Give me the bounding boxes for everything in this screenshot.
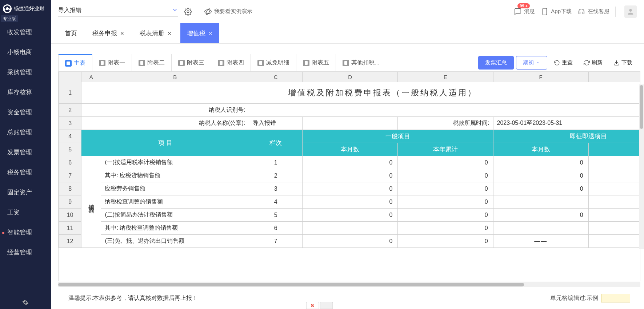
nav-item-tax[interactable]: 税务管理 xyxy=(0,162,51,182)
cell[interactable] xyxy=(493,195,588,209)
row-header[interactable]: 2 xyxy=(59,104,81,117)
ime-item[interactable] xyxy=(320,302,333,309)
horizontal-scrollbar[interactable] xyxy=(58,282,640,287)
col-header[interactable]: D xyxy=(303,72,398,82)
taxpayer-name-label[interactable]: 纳税人名称(公章): xyxy=(101,117,249,130)
period-button[interactable]: 期初 xyxy=(516,56,547,70)
cell[interactable]: 7 xyxy=(249,235,303,248)
app-download-button[interactable]: App下载 xyxy=(541,8,572,16)
cell[interactable]: 应税劳务销售额 xyxy=(101,182,249,195)
cell[interactable]: (一)按适用税率计税销售额 xyxy=(101,156,249,169)
nav-item-inventory[interactable]: 库存核算 xyxy=(0,82,51,102)
close-icon[interactable]: ✕ xyxy=(120,31,124,36)
cell[interactable] xyxy=(588,222,640,235)
cell[interactable]: 1 xyxy=(249,156,303,169)
cell[interactable]: 0 xyxy=(303,195,398,209)
row-header[interactable]: 4 xyxy=(59,130,81,143)
cell[interactable]: 0 xyxy=(398,222,493,235)
download-button[interactable]: 下载 xyxy=(609,56,637,69)
cell[interactable] xyxy=(588,195,640,209)
header-refund[interactable]: 即征即退项目 xyxy=(493,130,640,143)
row-header[interactable]: 12 xyxy=(59,235,81,248)
cell[interactable]: 0 xyxy=(303,209,398,222)
invoice-summary-button[interactable]: 发票汇总 xyxy=(478,56,514,70)
cell[interactable] xyxy=(588,235,640,248)
taxpayer-id-label[interactable]: 纳税人识别号: xyxy=(101,104,249,117)
vertical-scrollbar[interactable] xyxy=(639,84,644,249)
cell[interactable]: 5 xyxy=(249,209,303,222)
col-header[interactable]: F xyxy=(493,72,588,82)
cell[interactable] xyxy=(588,169,640,182)
col-header[interactable]: E xyxy=(398,72,493,82)
row-header[interactable]: 6 xyxy=(59,156,81,169)
cell[interactable]: 0 xyxy=(398,235,493,248)
nav-item-smart[interactable]: 智能管理 xyxy=(0,222,51,242)
close-icon[interactable]: ✕ xyxy=(167,31,172,36)
row-header[interactable]: 1 xyxy=(59,82,81,104)
corner-cell[interactable] xyxy=(59,72,81,82)
cell[interactable]: 0 xyxy=(303,182,398,195)
cell[interactable] xyxy=(303,222,398,235)
header-colno[interactable]: 栏次 xyxy=(249,130,303,156)
cell[interactable] xyxy=(493,222,588,235)
period-label[interactable]: 税款所属时间: xyxy=(398,117,493,130)
row-header[interactable]: 3 xyxy=(59,117,81,130)
cell[interactable]: 2 xyxy=(249,169,303,182)
cell[interactable]: 3 xyxy=(249,182,303,195)
col-header[interactable]: B xyxy=(101,72,249,82)
report-title[interactable]: 增值税及附加税费申报表（一般纳税人适用） xyxy=(81,82,640,104)
side-label[interactable]: 销售额 xyxy=(81,156,101,248)
search-combo[interactable]: 导入报错 xyxy=(58,7,178,17)
nav-item-salary[interactable]: 工资 xyxy=(0,202,51,222)
tab-home[interactable]: 首页 xyxy=(58,23,84,43)
cell[interactable]: 0 xyxy=(398,182,493,195)
sheet-tab-reduce[interactable]: 减免明细 xyxy=(251,54,296,71)
reset-button[interactable]: 重置 xyxy=(549,56,577,69)
tab-tax-declare[interactable]: 税务申报✕ xyxy=(86,23,131,43)
header-general[interactable]: 一般项目 xyxy=(303,130,493,143)
cell[interactable]: 0 xyxy=(303,156,398,169)
messages-button[interactable]: 99 + 消息 xyxy=(514,8,535,16)
sheet-tab-a4[interactable]: 附表四 xyxy=(211,54,251,71)
nav-item-purchase[interactable]: 采购管理 xyxy=(0,62,51,82)
refresh-button[interactable]: 刷新 xyxy=(579,56,607,69)
nav-item-ecommerce[interactable]: 小畅电商 xyxy=(0,42,51,62)
cell[interactable]: 4 xyxy=(249,195,303,209)
col-header[interactable]: C xyxy=(249,72,303,82)
row-header[interactable]: 5 xyxy=(59,143,81,156)
cell[interactable] xyxy=(588,156,640,169)
sheet-tab-other[interactable]: 其他扣税... xyxy=(336,54,386,71)
settings-icon[interactable] xyxy=(22,299,29,306)
cell[interactable]: 0 xyxy=(493,209,588,222)
taxpayer-name-value[interactable]: 导入报错 xyxy=(249,117,303,130)
row-header[interactable]: 10 xyxy=(59,209,81,222)
sheet-tab-a1[interactable]: 附表一 xyxy=(92,54,132,71)
nav-item-invoice[interactable]: 发票管理 xyxy=(0,142,51,162)
sheet-tab-main[interactable]: 主表 xyxy=(59,54,92,71)
nav-item-shipping[interactable]: 收发管理 xyxy=(0,27,51,42)
cell[interactable]: 6 xyxy=(249,222,303,235)
nav-item-funds[interactable]: 资金管理 xyxy=(0,102,51,122)
row-header[interactable]: 9 xyxy=(59,195,81,209)
header-month[interactable]: 本月数 xyxy=(303,143,398,156)
tab-tax-list[interactable]: 税表清册✕ xyxy=(133,23,178,43)
cell[interactable]: 0 xyxy=(303,235,398,248)
cell[interactable]: 0 xyxy=(493,182,588,195)
col-header[interactable]: A xyxy=(81,72,101,82)
cell[interactable]: (二)按简易办法计税销售额 xyxy=(101,209,249,222)
demo-link[interactable]: 我要看实例演示 xyxy=(204,8,252,16)
cell[interactable] xyxy=(588,182,640,195)
cell[interactable]: 0 xyxy=(303,169,398,182)
ime-sogou-icon[interactable]: S xyxy=(306,302,319,309)
header-month2[interactable]: 本月数 xyxy=(493,143,588,156)
cell[interactable]: 其中: 纳税检查调整的销售额 xyxy=(101,222,249,235)
sheet-scroller[interactable]: A B C D E F 1 增值税及附加税费申报表（一般纳税人适用） 2 xyxy=(58,71,640,281)
cell[interactable]: 0 xyxy=(493,156,588,169)
cell[interactable] xyxy=(588,209,640,222)
user-avatar[interactable] xyxy=(624,5,637,18)
cell[interactable]: —— xyxy=(493,235,588,248)
sheet-tab-a3[interactable]: 附表三 xyxy=(172,54,211,71)
tab-vat[interactable]: 增值税✕ xyxy=(180,23,219,43)
cell[interactable]: 纳税检查调整的销售额 xyxy=(101,195,249,209)
header-year[interactable]: 本年累计 xyxy=(398,143,493,156)
